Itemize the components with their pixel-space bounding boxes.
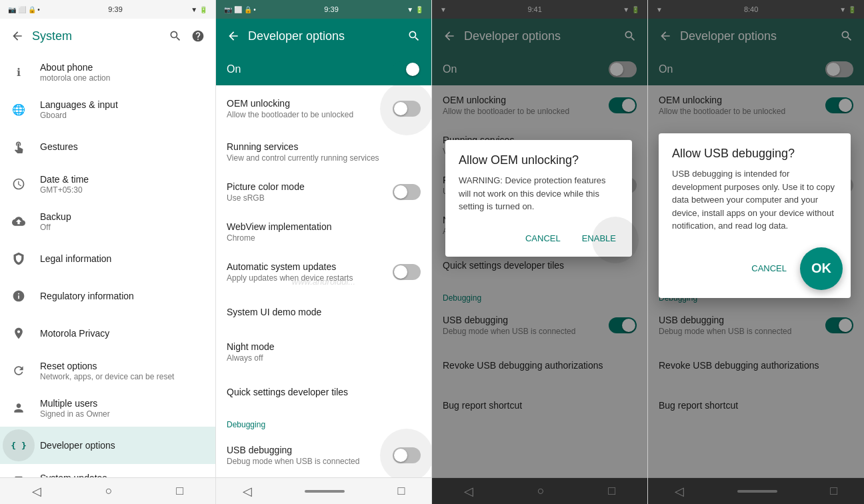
search-icon[interactable] (167, 28, 183, 44)
status-icons-right: ▼ 🔋 (191, 6, 207, 13)
language-icon: 🌐 (11, 101, 27, 117)
regulatory-icon (11, 288, 27, 304)
home-indicator-r2 (737, 490, 777, 493)
auto-updates-item[interactable]: Automatic system updates Apply updates w… (216, 252, 431, 292)
wifi-icon-r1: ▼ (440, 6, 447, 13)
auto-updates-toggle[interactable] (393, 264, 421, 280)
right1-panel: ▼ 9:41 ▼ 🔋 Developer options On OEM unlo… (432, 0, 648, 504)
status-time: 9:39 (108, 5, 122, 13)
revoke-r1[interactable]: Revoke USB debugging authorizations (432, 345, 647, 385)
usb-toggle-r2[interactable] (825, 317, 853, 333)
bug-report-r2[interactable]: Bug report shortcut (648, 385, 864, 425)
back-icon-middle[interactable] (225, 28, 241, 44)
sidebar-item-system-updates[interactable]: System updates Updated to Android 9 (0, 464, 215, 477)
sidebar-item-languages[interactable]: 🌐 Languages & input Gboard (0, 91, 215, 128)
motorola-icon (11, 325, 27, 341)
night-mode-item[interactable]: Night mode Always off (216, 332, 431, 372)
usb-debugging-item[interactable]: USB debugging Debug mode when USB is con… (216, 432, 431, 477)
sidebar-item-backup[interactable]: Backup Off (0, 203, 215, 240)
backup-sub: Off (40, 223, 71, 232)
gestures-label: Gestures (40, 141, 78, 152)
recents-nav-r1[interactable]: □ (608, 484, 615, 498)
bottom-nav-left: ◁ ○ □ (0, 477, 215, 504)
oem-item-r1[interactable]: OEM unlocking Allow the bootloader to be… (432, 85, 647, 125)
back-nav-btn[interactable]: ◁ (32, 484, 41, 499)
app-bar-right2: Developer options (648, 19, 864, 53)
about-phone-sub: motorola one action (40, 73, 110, 83)
on-toggle-right1[interactable] (609, 61, 637, 77)
app-title-middle: Developer options (248, 29, 399, 43)
recents-nav-btn[interactable]: □ (176, 484, 183, 498)
sidebar-item-reset-options[interactable]: Reset options Network, apps, or device c… (0, 352, 215, 389)
home-indicator-middle (305, 490, 345, 493)
oem-item-r2[interactable]: OEM unlocking Allow the bootloader to be… (648, 85, 864, 125)
status-bar-left: 📷 ⬜ 🔒 • 9:39 ▼ 🔋 (0, 0, 215, 19)
oem-sub-r1: Allow the bootloader to be unlocked (443, 107, 609, 116)
oem-toggle-r2[interactable] (825, 97, 853, 113)
recents-nav-btn-middle[interactable]: □ (397, 484, 405, 498)
auto-updates-label: Automatic system updates (227, 261, 393, 272)
back-nav-r1[interactable]: ◁ (464, 484, 473, 499)
sidebar-item-multiple-users[interactable]: Multiple users Signed in as Owner (0, 389, 215, 427)
oem-toggle[interactable] (393, 101, 421, 117)
picture-color-item[interactable]: Picture color mode Use sRGB (216, 172, 431, 212)
webview-item[interactable]: WebView implementation Chrome (216, 212, 431, 252)
revoke-r2[interactable]: Revoke USB debugging authorizations (648, 345, 864, 385)
picture-color-toggle[interactable] (393, 184, 421, 200)
system-ui-demo-label: System UI demo mode (227, 307, 421, 317)
search-icon-right2[interactable] (839, 28, 855, 44)
oem-unlocking-item[interactable]: OEM unlocking Allow the bootloader to be… (216, 85, 431, 132)
running-services-item[interactable]: Running services View and control curren… (216, 132, 431, 172)
search-icon-middle[interactable] (406, 28, 422, 44)
oem-cancel-btn[interactable]: Cancel (517, 228, 569, 249)
sidebar-item-legal[interactable]: Legal information (0, 240, 215, 277)
usb-debugging-sub: Debug mode when USB is connected (227, 457, 393, 466)
help-icon[interactable] (190, 28, 206, 44)
home-nav-btn[interactable]: ○ (105, 484, 113, 498)
usb-cancel-btn[interactable]: Cancel (743, 258, 795, 279)
sidebar-item-gestures[interactable]: Gestures (0, 128, 215, 165)
ok-circle-btn[interactable]: OK (800, 247, 843, 290)
middle-panel: 📷 ⬜ 🔒 • 9:39 ▼ 🔋 Developer options On ww… (216, 0, 432, 504)
usb-debugging-r1[interactable]: USB debugging Debug mode when USB is con… (432, 305, 647, 345)
toggle-thumb-on (406, 63, 419, 76)
back-nav-btn-middle[interactable]: ◁ (243, 484, 252, 499)
status-bar-right1: ▼ 9:41 ▼ 🔋 (432, 0, 647, 19)
back-icon[interactable] (9, 28, 25, 44)
app-bar-left: System (0, 19, 215, 53)
back-nav-r2[interactable]: ◁ (675, 484, 684, 499)
sidebar-item-date-time[interactable]: Date & time GMT+05:30 (0, 165, 215, 203)
sidebar-item-about-phone[interactable]: ℹ About phone motorola one action (0, 53, 215, 91)
quick-settings-tiles-item[interactable]: Quick settings developer tiles (216, 372, 431, 412)
sidebar-item-developer-options[interactable]: { } Developer options (0, 427, 215, 464)
on-header-right1: On (432, 53, 647, 85)
bottom-nav-right1: ◁ ○ □ (432, 477, 647, 504)
usb-toggle-r1[interactable] (609, 317, 637, 333)
sidebar-item-regulatory[interactable]: Regulatory information (0, 277, 215, 315)
back-icon-right1[interactable] (441, 28, 457, 44)
notification-icons: 📷 ⬜ 🔒 • (8, 6, 40, 13)
oem-enable-btn[interactable]: Enable (574, 228, 624, 249)
bug-report-r1[interactable]: Bug report shortcut (432, 385, 647, 425)
usb-dialog-title: Allow USB debugging? (659, 133, 851, 167)
sidebar-item-motorola-privacy[interactable]: Motorola Privacy (0, 315, 215, 352)
usb-debugging-r2[interactable]: USB debugging Debug mode when USB is con… (648, 305, 864, 345)
usb-dialog-actions: Cancel OK (659, 243, 851, 298)
oem-toggle-r1[interactable] (609, 97, 637, 113)
oem-dialog-body: WARNING: Device protection features will… (445, 174, 632, 224)
status-bar-right2: ▼ 8:40 ▼ 🔋 (648, 0, 864, 19)
on-toggle-middle[interactable] (393, 61, 421, 77)
auto-updates-sub: Apply updates when device restarts (227, 273, 393, 283)
usb-debugging-toggle[interactable] (393, 447, 421, 463)
home-nav-r1[interactable]: ○ (537, 484, 545, 498)
recents-nav-r2[interactable]: □ (830, 484, 837, 498)
search-icon-right1[interactable] (622, 28, 638, 44)
status-icons-left-right2: ▼ (656, 6, 663, 13)
bottom-nav-right2: ◁ □ (648, 477, 864, 504)
on-toggle-right2[interactable] (825, 61, 853, 77)
system-ui-demo-item[interactable]: System UI demo mode (216, 292, 431, 332)
left-panel: 📷 ⬜ 🔒 • 9:39 ▼ 🔋 System ℹ About phone mo… (0, 0, 216, 504)
oem-sub: Allow the bootloader to be unlocked (227, 110, 393, 119)
back-icon-right2[interactable] (657, 28, 673, 44)
app-bar-middle: Developer options (216, 19, 431, 53)
